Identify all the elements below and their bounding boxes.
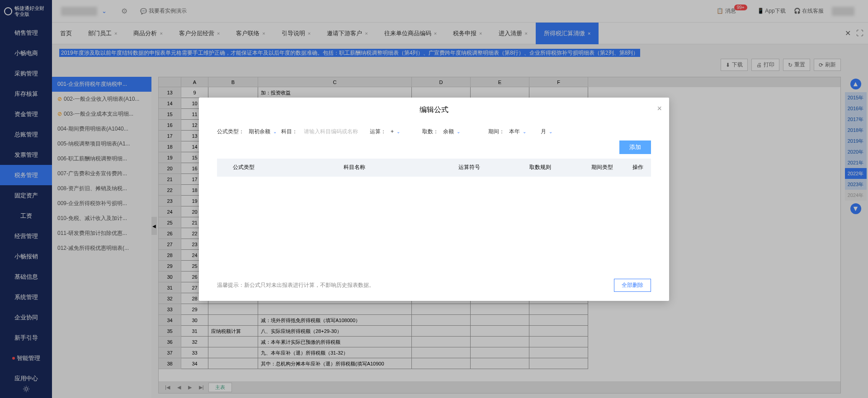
label-fetch: 取数： bbox=[422, 128, 439, 136]
th-subject-name: 科目名称 bbox=[270, 164, 439, 171]
period-year-select[interactable]: 本年⌄ bbox=[509, 128, 536, 136]
add-button[interactable]: 添加 bbox=[619, 140, 651, 154]
modal-close-button[interactable]: × bbox=[657, 104, 662, 113]
th-action: 操作 bbox=[624, 164, 651, 171]
label-period: 期间： bbox=[488, 128, 505, 136]
operator-select[interactable]: +⌄ bbox=[391, 128, 418, 135]
th-formula-type: 公式类型 bbox=[217, 164, 270, 171]
label-formula-type: 公式类型： bbox=[217, 128, 244, 136]
th-operator: 运算符号 bbox=[439, 164, 500, 171]
modal-title: 编辑公式 bbox=[420, 105, 448, 115]
th-period-type: 期间类型 bbox=[580, 164, 624, 171]
subject-input[interactable] bbox=[302, 127, 365, 136]
fetch-select[interactable]: 余额⌄ bbox=[443, 128, 484, 136]
edit-formula-modal: 编辑公式 × 公式类型： 期初余额⌄ 科目： 运算： +⌄ 取数： 余额⌄ 期间… bbox=[199, 98, 669, 301]
formula-type-select[interactable]: 期初余额⌄ bbox=[249, 128, 277, 136]
th-fetch-rule: 取数规则 bbox=[500, 164, 580, 171]
delete-all-button[interactable]: 全部删除 bbox=[614, 279, 651, 292]
period-month-select[interactable]: 月⌄ bbox=[541, 128, 568, 136]
label-operator: 运算： bbox=[370, 128, 386, 136]
label-subject: 科目： bbox=[281, 128, 297, 136]
formula-table: 公式类型 科目名称 运算符号 取数规则 期间类型 操作 bbox=[217, 159, 651, 177]
modal-hint: 温馨提示：新公式只对未出报表进行计算，不影响历史报表数据。 bbox=[217, 281, 374, 289]
